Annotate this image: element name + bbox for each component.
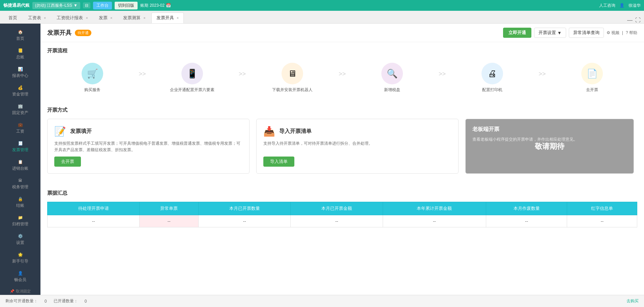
- workbench-button[interactable]: 工作台: [93, 2, 112, 9]
- tab-invoice[interactable]: 发票 ×: [94, 12, 117, 23]
- tab-invoice-issue[interactable]: 发票开具 ×: [151, 12, 184, 23]
- invoice-icon: 🧾: [18, 141, 23, 146]
- abnormal-query-button[interactable]: 异常清单查询: [569, 28, 604, 38]
- sidebar-item-ledger[interactable]: 📒 总账: [0, 45, 40, 63]
- switch-version-button[interactable]: 切到旧版: [115, 2, 138, 9]
- ledger-icon: 📒: [18, 48, 23, 53]
- sidebar-item-archive-label: 归档管理: [12, 221, 28, 227]
- sidebar-item-closing[interactable]: 🔒 结账: [0, 193, 40, 212]
- tab-invoice-calc[interactable]: 发票测算 ×: [118, 12, 150, 23]
- tab-home[interactable]: 首页: [3, 12, 22, 23]
- divider-1: |: [622, 30, 623, 35]
- arrow-2: >>: [237, 71, 247, 78]
- process-step-add-taxbox[interactable]: 🔍 新增税盘: [347, 63, 437, 93]
- sidebar-item-funds[interactable]: 💰 资金管理: [0, 82, 40, 101]
- tab-payroll-close[interactable]: ×: [44, 16, 46, 20]
- tab-payroll-report[interactable]: 工资统计报表 ×: [52, 12, 93, 23]
- fill-invoice-card-header: 📝 发票填开: [54, 126, 242, 137]
- sidebar-item-invoice[interactable]: 🧾 发票管理: [0, 138, 40, 156]
- company-selector[interactable]: (勿动) 江西服务-LSS ▼: [32, 2, 80, 9]
- process-step-buy-service[interactable]: 🛒 购买服务: [47, 63, 137, 93]
- period-edit-icon[interactable]: 📅: [166, 3, 171, 8]
- settings-icon: ⚙️: [18, 234, 23, 239]
- sidebar-item-invoice-label: 发票管理: [12, 147, 28, 153]
- sidebar-item-archive[interactable]: 📁 归档管理: [0, 212, 40, 230]
- enterprise-config-label: 企业开通配置开票六要素: [170, 87, 214, 93]
- summary-cell-pending: --: [48, 215, 140, 227]
- summary-section: 票据汇总 待处理开票申请 异常单票 本月已开票数量 本月已开票金额 本年累计开票…: [40, 185, 644, 233]
- arrow-4: >>: [437, 71, 447, 78]
- reports-icon: 📊: [18, 67, 23, 72]
- tab-minimize-icon[interactable]: —: [627, 17, 633, 23]
- tab-invoice-issue-close[interactable]: ×: [177, 16, 179, 20]
- summary-header-abnormal: 异常单票: [140, 202, 199, 215]
- process-circle-enterprise-config: 📱: [181, 63, 203, 84]
- invoice-methods-section: 开票方式 📝 发票填开 支持按照发票样式手工填写开发票；可开具增值税电子普通发票…: [40, 102, 644, 185]
- tax-icon: 🏛: [18, 178, 22, 183]
- config-printer-icon: 🖨: [488, 68, 497, 79]
- company-dropdown-icon[interactable]: ▼: [74, 3, 78, 8]
- sidebar-item-payroll-label: 工资: [16, 129, 24, 134]
- sidebar-item-home[interactable]: 🏠 首页: [0, 26, 40, 45]
- sidebar-item-assets[interactable]: 🏢 固定资产: [0, 101, 40, 119]
- main-layout: 🏠 首页 📒 总账 📊 报表中心 💰 资金管理 🏢 固定资产 💼 工资 🧾 发票…: [0, 24, 644, 295]
- sidebar-item-payroll[interactable]: 💼 工资: [0, 119, 40, 138]
- opening-methods: 📝 发票填开 支持按照发票样式手工填写开发票；可开具增值税电子普通发票、增值税普…: [47, 119, 637, 179]
- icon-btn-1[interactable]: ⊟: [83, 2, 90, 8]
- tab-invoice-calc-close[interactable]: ×: [143, 16, 145, 20]
- sidebar-item-purchase[interactable]: 📋 进销台账: [0, 156, 40, 175]
- process-step-issue-invoice[interactable]: 📄 去开票: [547, 63, 637, 93]
- tab-payroll-report-close[interactable]: ×: [86, 16, 88, 20]
- tab-invoice-calc-label: 发票测算: [123, 15, 141, 21]
- app-logo: 畅捷通易代账: [3, 2, 30, 8]
- process-step-enterprise-config[interactable]: 📱 企业开通配置开票六要素: [147, 63, 237, 93]
- import-invoice-desc: 支持导入待开票清单，可对待开票清单进行拆分、合并处理。: [263, 140, 451, 147]
- open-settings-button[interactable]: 开票设置 ▼: [534, 28, 566, 38]
- tab-payroll[interactable]: 工资表 ×: [23, 12, 51, 23]
- add-taxbox-label: 新增税盘: [384, 87, 400, 93]
- tab-maximize-icon[interactable]: ⛶: [635, 17, 641, 23]
- user-avatar: 👤: [619, 3, 624, 8]
- open-now-button[interactable]: 立即开通: [503, 28, 531, 38]
- user-name: 徐溢华: [628, 3, 641, 8]
- sidebar-item-tax[interactable]: 🏛 税务管理: [0, 175, 40, 193]
- process-step-config-printer[interactable]: 🖨 配置打印机: [447, 63, 537, 93]
- newbie-icon: 🌟: [18, 252, 23, 257]
- import-invoice-title: 导入开票清单: [279, 128, 312, 135]
- import-invoice-button[interactable]: 导入清单: [263, 157, 294, 167]
- sidebar-item-assets-label: 固定资产: [12, 110, 28, 116]
- fill-invoice-button[interactable]: 去开票: [54, 157, 81, 167]
- archive-icon: 📁: [18, 215, 23, 220]
- arrow-3: >>: [337, 71, 347, 78]
- header-help-area: ⚙ 视频 | ? 帮助: [607, 30, 637, 36]
- sidebar-bottom-unpin[interactable]: 📌 取消固定: [0, 286, 40, 295]
- buy-service-label: 购买服务: [84, 87, 100, 93]
- sidebar-item-reports[interactable]: 📊 报表中心: [0, 63, 40, 82]
- purchase-icon: 📋: [18, 160, 23, 164]
- tab-invoice-issue-label: 发票开具: [156, 15, 174, 21]
- process-circle-download-robot: 🖥: [282, 63, 303, 84]
- summary-title: 票据汇总: [47, 190, 637, 196]
- process-circle-config-printer: 🖨: [481, 63, 503, 84]
- opened-value: 0: [85, 299, 87, 304]
- customer-service[interactable]: 人工咨询: [599, 3, 615, 8]
- opened-label: 已开通数量：: [54, 298, 78, 304]
- help-label[interactable]: ? 帮助: [626, 30, 637, 36]
- issue-invoice-label: 去开票: [586, 87, 598, 93]
- buy-service-icon: 🛒: [87, 68, 98, 79]
- goto-buy-button[interactable]: 去购买: [626, 298, 639, 304]
- period-value: 2023-02: [150, 3, 165, 8]
- tab-invoice-close[interactable]: ×: [110, 16, 112, 20]
- sidebar-item-newbie[interactable]: 🌟 新手引导: [0, 249, 40, 268]
- download-robot-label: 下载并安装开票机器人: [272, 87, 313, 93]
- view-label[interactable]: ⚙ 视频: [607, 30, 619, 36]
- process-step-download-robot[interactable]: 🖥 下载并安装开票机器人: [247, 63, 337, 93]
- sidebar-item-funds-label: 资金管理: [12, 91, 28, 97]
- summary-cell-void-qty: --: [486, 215, 567, 227]
- sidebar-item-member[interactable]: 👤 畅会员: [0, 268, 40, 286]
- config-printer-label: 配置打印机: [482, 87, 502, 93]
- payroll-icon: 💼: [18, 122, 23, 127]
- sidebar-item-settings[interactable]: ⚙️ 设置: [0, 230, 40, 249]
- bottom-bar: 剩余可开通数量： 0 已开通数量： 0 去购买: [0, 295, 644, 307]
- summary-header-month-amount: 本月已开票金额: [291, 202, 383, 215]
